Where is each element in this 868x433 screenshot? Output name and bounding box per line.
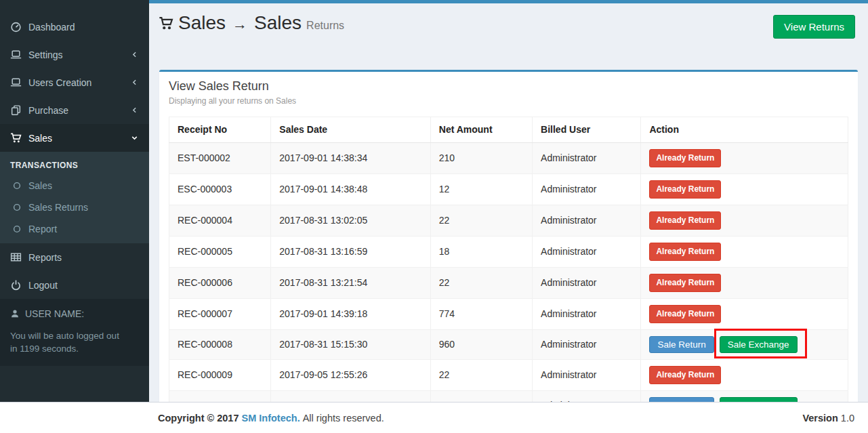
chevron-down-icon: [130, 133, 139, 142]
sidebar-item-sales[interactable]: Sales: [0, 124, 149, 152]
already-return-badge: Already Return: [649, 366, 721, 384]
column-header-net-amount: Net Amount: [430, 117, 532, 143]
panel-subtitle: Displaying all your returns on Sales: [169, 96, 848, 106]
cell-sales-date: 2017-08-31 13:16:59: [271, 236, 430, 268]
power-icon: [10, 279, 22, 291]
already-return-badge: Already Return: [649, 305, 721, 323]
column-header-billed-user: Billed User: [533, 117, 641, 143]
view-returns-button[interactable]: View Returns: [773, 15, 855, 39]
cell-action: Already Return: [641, 299, 848, 330]
cell-billed-user: Administrator: [533, 360, 641, 391]
submenu-item-sales[interactable]: Sales: [0, 175, 149, 197]
cell-action: Already Return: [641, 360, 848, 391]
cell-sales-date: 2017-08-31 15:15:30: [271, 330, 430, 360]
cell-sales-date: 2017-09-05 13:19:22: [271, 391, 430, 403]
submenu-item-sales-returns[interactable]: Sales Returns: [0, 197, 149, 218]
cell-net-amount: 18: [430, 236, 532, 268]
table-header: Receipt No Sales Date Net Amount Billed …: [169, 117, 848, 143]
sidebar-item-dashboard[interactable]: Dashboard: [0, 13, 149, 41]
circle-o-icon: [12, 224, 22, 234]
sales-return-panel: View Sales Return Displaying all your re…: [159, 70, 858, 402]
cell-billed-user: Administrator: [533, 299, 641, 330]
cell-billed-user: Administrator: [533, 268, 641, 299]
sale-exchange-button[interactable]: Sale Exchange: [720, 336, 798, 353]
breadcrumb-module: Sales: [178, 12, 226, 34]
app-window: Dashboard Settings Users Creation: [0, 0, 868, 433]
user-name-label: USER NAME:: [25, 308, 84, 319]
chevron-left-icon: [130, 78, 139, 87]
content-header: Sales → Sales Returns View Returns: [149, 3, 868, 70]
page-footer: Copyright © 2017 SM Infotech. All rights…: [0, 402, 868, 433]
sidebar-item-label: Reports: [28, 252, 62, 263]
circle-o-icon: [12, 181, 22, 190]
already-return-badge: Already Return: [649, 274, 721, 292]
cell-net-amount: 960: [430, 330, 532, 360]
table-row: REC-000009 2017-09-05 12:55:26 22 Admini…: [169, 360, 848, 391]
cell-action: Already Return: [641, 268, 848, 299]
cell-billed-user: Administrator: [533, 205, 641, 236]
table-row: REC-000010 2017-09-05 13:19:22 22 Admini…: [169, 391, 848, 403]
sale-return-button[interactable]: Sale Return: [649, 397, 714, 402]
table-row: REC-000004 2017-08-31 13:02:05 22 Admini…: [169, 205, 848, 236]
auto-logout-message: You will be auto logged out in 1199 seco…: [10, 329, 129, 355]
cell-action: Already Return: [641, 143, 848, 174]
laptop-icon: [10, 77, 22, 88]
cell-receipt-no: REC-000010: [169, 391, 271, 403]
cell-net-amount: 22: [430, 268, 532, 299]
highlighted-action: Sale Exchange: [720, 336, 798, 353]
page-title: Sales → Sales Returns: [159, 12, 344, 34]
chevron-left-icon: [130, 106, 139, 115]
main-content: Sales → Sales Returns View Returns View …: [149, 0, 868, 402]
cell-billed-user: Administrator: [533, 236, 641, 268]
sidebar-item-label: Settings: [28, 49, 63, 60]
cell-action: Sale ReturnSale Exchange: [641, 330, 848, 360]
cell-receipt-no: REC-000008: [169, 330, 271, 360]
sales-returns-table-body: EST-000002 2017-09-01 14:38:34 210 Admin…: [169, 143, 848, 403]
column-header-action: Action: [641, 117, 848, 143]
sidebar-item-label: Sales: [28, 133, 52, 144]
table-row: REC-000006 2017-08-31 13:21:54 22 Admini…: [169, 268, 848, 299]
sidebar-item-logout[interactable]: Logout: [0, 271, 149, 299]
cell-receipt-no: REC-000009: [169, 360, 271, 391]
submenu-item-label: Sales Returns: [28, 202, 88, 213]
user-icon: [10, 309, 20, 318]
cell-net-amount: 774: [430, 299, 532, 330]
submenu-item-label: Sales: [28, 180, 52, 191]
breadcrumb-subpage: Returns: [306, 20, 344, 32]
sale-return-button[interactable]: Sale Return: [649, 336, 714, 353]
sidebar-item-purchase[interactable]: Purchase: [0, 96, 149, 124]
sidebar-item-reports[interactable]: Reports: [0, 243, 149, 271]
table-row: EST-000002 2017-09-01 14:38:34 210 Admin…: [169, 143, 848, 174]
dashboard-icon: [10, 21, 22, 33]
sale-exchange-button[interactable]: Sale Exchange: [720, 397, 798, 402]
laptop-icon: [10, 49, 22, 60]
brand-link[interactable]: SM Infotech.: [241, 413, 299, 424]
column-header-sales-date: Sales Date: [271, 117, 430, 143]
cell-action: Already Return: [641, 236, 848, 268]
cell-receipt-no: REC-000006: [169, 268, 271, 299]
sidebar-item-label: Users Creation: [28, 77, 91, 88]
submenu-item-label: Report: [28, 224, 57, 234]
cell-billed-user: Administrator: [533, 330, 641, 360]
cell-sales-date: 2017-08-31 13:02:05: [271, 205, 430, 236]
table-row: REC-000005 2017-08-31 13:16:59 18 Admini…: [169, 236, 848, 268]
cell-receipt-no: ESC-000003: [169, 174, 271, 205]
sales-returns-table: Receipt No Sales Date Net Amount Billed …: [169, 117, 848, 402]
sidebar-menu: Dashboard Settings Users Creation: [0, 0, 149, 299]
cell-billed-user: Administrator: [533, 174, 641, 205]
breadcrumb-page: Sales: [254, 12, 302, 34]
cell-receipt-no: EST-000002: [169, 143, 271, 174]
cell-billed-user: Administrator: [533, 391, 641, 403]
cell-net-amount: 22: [430, 360, 532, 391]
sidebar-item-settings[interactable]: Settings: [0, 41, 149, 68]
submenu-item-report[interactable]: Report: [0, 218, 149, 240]
sidebar-filler: [0, 366, 149, 402]
version-info: Version1.0: [802, 413, 854, 424]
cell-sales-date: 2017-09-05 12:55:26: [271, 360, 430, 391]
cart-icon: [10, 132, 22, 144]
sidebar-user-panel: USER NAME: You will be auto logged out i…: [0, 299, 149, 366]
sidebar-item-label: Dashboard: [28, 22, 75, 33]
cell-receipt-no: REC-000007: [169, 299, 271, 330]
sidebar-item-label: Purchase: [28, 105, 68, 116]
sidebar-item-users-creation[interactable]: Users Creation: [0, 68, 149, 96]
